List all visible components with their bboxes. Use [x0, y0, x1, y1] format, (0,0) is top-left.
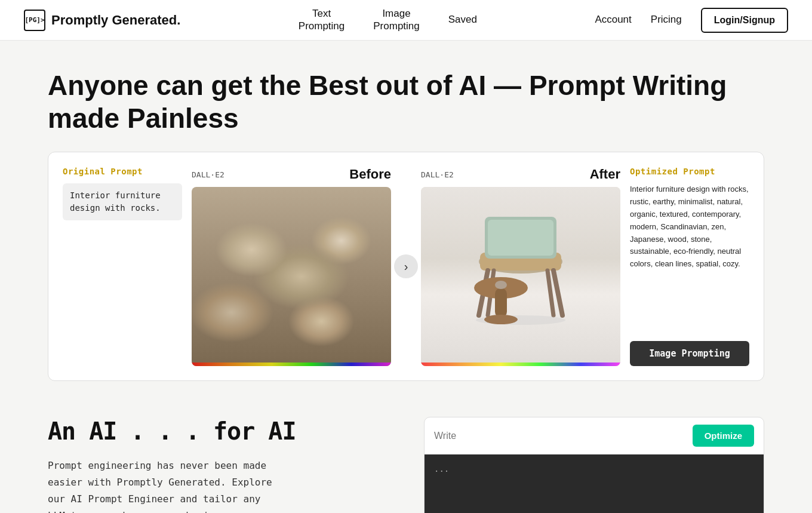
nav-links: Text Prompting Image Prompting Saved: [299, 8, 477, 32]
original-prompt-text: Interior furniture design with rocks.: [63, 183, 182, 220]
svg-rect-10: [495, 288, 507, 318]
prompt-widget: Optimize ...: [424, 417, 764, 513]
ai-section-title: An AI . . . for AI: [48, 417, 388, 446]
svg-point-12: [495, 281, 507, 289]
login-signup-button[interactable]: Login/Signup: [701, 8, 788, 33]
before-image: [192, 187, 391, 366]
after-heading: After: [590, 167, 620, 182]
table-svg: [471, 273, 531, 327]
main-content: Anyone can get the Best out of AI — Prom…: [0, 41, 812, 513]
nav-right: Account Pricing Login/Signup: [595, 8, 788, 33]
rocks-visual: [192, 187, 391, 366]
dall-label-before: DALL·E2: [192, 170, 224, 179]
lower-section: An AI . . . for AI Prompt engineering ha…: [48, 381, 764, 513]
prompt-output: ...: [425, 454, 764, 513]
navbar: [PG]> Promptly Generated. Text Prompting…: [0, 0, 812, 41]
nav-image-prompting[interactable]: Image Prompting: [373, 8, 419, 32]
logo-text: Promptly Generated.: [51, 13, 180, 28]
image-prompting-button[interactable]: Image Prompting: [630, 341, 749, 366]
furniture-visual: [421, 187, 620, 366]
dall-label-after: DALL·E2: [421, 170, 454, 179]
nav-saved[interactable]: Saved: [448, 14, 477, 26]
after-meta: DALL·E2 After: [421, 167, 620, 182]
optimized-prompt-label: Optimized Prompt: [630, 167, 749, 176]
ai-description: Prompt engineering has never been made e…: [48, 457, 388, 513]
svg-rect-3: [488, 220, 553, 256]
optimize-button[interactable]: Optimize: [693, 425, 754, 447]
svg-point-11: [484, 315, 518, 324]
before-heading: Before: [349, 167, 391, 182]
chevron-container: ›: [391, 254, 421, 278]
prompt-input[interactable]: [434, 431, 693, 441]
nav-text-prompting[interactable]: Text Prompting: [299, 8, 345, 32]
lower-right: Optimize ...: [424, 417, 764, 513]
before-section: DALL·E2 Before: [192, 167, 391, 366]
prompt-input-row: Optimize: [425, 417, 764, 454]
after-image: [421, 187, 620, 366]
logo-link[interactable]: [PG]> Promptly Generated.: [24, 10, 180, 31]
logo-icon: [PG]>: [24, 10, 45, 31]
nav-pricing[interactable]: Pricing: [651, 14, 682, 26]
hero-title: Anyone can get the Best out of AI — Prom…: [48, 41, 764, 152]
after-section: DALL·E2 After: [421, 167, 620, 366]
svg-line-5: [553, 271, 562, 315]
before-meta: DALL·E2 Before: [192, 167, 391, 182]
color-strip-before: [192, 363, 391, 366]
original-prompt-panel: Original Prompt Interior furniture desig…: [63, 167, 182, 366]
nav-account[interactable]: Account: [595, 14, 631, 26]
original-prompt-label: Original Prompt: [63, 167, 182, 176]
optimized-prompt-text: Interior furniture design with rocks, ru…: [630, 183, 749, 334]
next-button[interactable]: ›: [394, 254, 418, 278]
optimized-prompt-panel: Optimized Prompt Interior furniture desi…: [630, 167, 749, 366]
comparison-card: Original Prompt Interior furniture desig…: [48, 152, 764, 381]
lower-left: An AI . . . for AI Prompt engineering ha…: [48, 417, 388, 513]
color-strip-after: [421, 363, 620, 366]
